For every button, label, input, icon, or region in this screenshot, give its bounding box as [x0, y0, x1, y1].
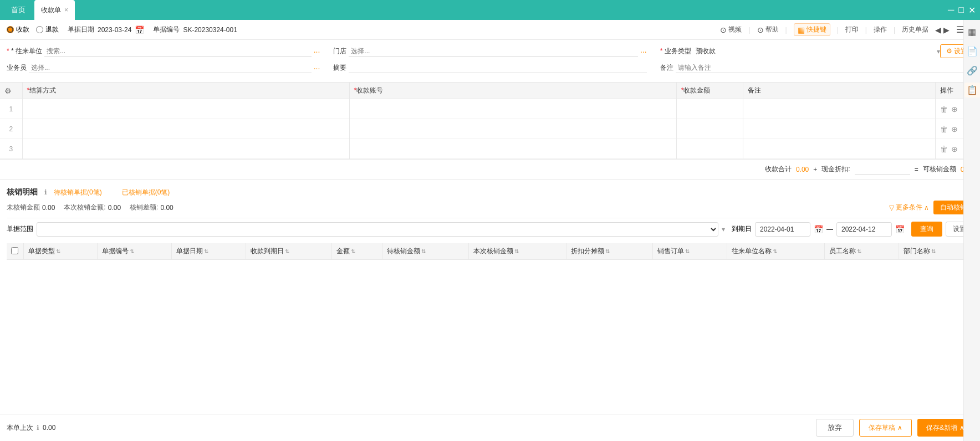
counterpart-more-btn[interactable]: ···	[314, 47, 320, 56]
minimize-icon[interactable]: ─	[948, 5, 954, 15]
sidebar-table-icon[interactable]: ▦	[966, 24, 978, 39]
date-dash: —	[826, 225, 833, 233]
row-account-1[interactable]	[349, 99, 676, 119]
remark-input[interactable]	[676, 63, 973, 73]
copy-row-1-icon[interactable]: ⊕	[951, 105, 958, 114]
copy-row-3-icon[interactable]: ⊕	[951, 145, 958, 153]
summary-input[interactable]	[349, 63, 646, 73]
diff-stat: 核销差额: 0.00	[130, 203, 173, 212]
salesperson-input[interactable]	[29, 63, 312, 73]
tab-home[interactable]: 首页	[4, 0, 32, 20]
delete-row-3-icon[interactable]: 🗑	[940, 145, 948, 153]
row-account-3[interactable]	[349, 139, 676, 159]
th-account: *收款账号	[349, 83, 676, 99]
tab-active-label: 收款单	[41, 6, 61, 15]
th-doc-type: 单据类型⇅	[23, 243, 98, 260]
th-doc-date: 单据日期⇅	[172, 243, 246, 260]
bottom-table: 单据类型⇅ 单据编号⇅ 单据日期⇅ 收款到期日⇅ 金额⇅ 待核销金额⇅ 本次核销…	[7, 243, 973, 260]
th-due-date: 收款到期日⇅	[246, 243, 332, 260]
list-view-icon[interactable]: ☰	[956, 24, 964, 35]
video-btn[interactable]: ⊙ 视频	[720, 25, 742, 34]
radio-receive[interactable]: 收款	[7, 25, 29, 34]
range-label: 单据范围	[7, 224, 33, 234]
main-container: 收款 退款 单据日期 2023-03-24 📅 单据编号 SK-20230324…	[0, 20, 980, 441]
date-from-calendar-icon[interactable]: 📅	[814, 225, 823, 234]
filter-icon: ▽	[889, 204, 894, 212]
bottom-table-container: 单据类型⇅ 单据编号⇅ 单据日期⇅ 收款到期日⇅ 金额⇅ 待核销金额⇅ 本次核销…	[7, 243, 973, 414]
row-remark-3[interactable]	[743, 139, 935, 159]
th-checkbox[interactable]	[7, 243, 23, 260]
date-to-input[interactable]	[836, 222, 892, 237]
date-to-calendar-icon[interactable]: 📅	[895, 225, 905, 234]
sidebar-active-icon[interactable]: 📋	[964, 83, 980, 98]
date-field-group: 单据日期 2023-03-24 📅	[68, 25, 144, 34]
delete-row-2-icon[interactable]: 🗑	[940, 125, 948, 134]
row-settlement-2[interactable]	[22, 119, 349, 139]
maximize-icon[interactable]: □	[958, 5, 964, 15]
row-amount-3[interactable]	[676, 139, 743, 159]
row-remark-1[interactable]	[743, 99, 935, 119]
section-title: 核销明细	[7, 187, 38, 197]
draft-btn[interactable]: 保存草稿 ∧	[859, 419, 912, 437]
tab-close-icon[interactable]: ×	[64, 6, 68, 14]
footer-left: 本单上次 ℹ 0.00	[7, 423, 55, 433]
summary-field: 摘要	[333, 63, 646, 73]
sidebar-link-icon[interactable]: 🔗	[964, 63, 980, 78]
table-gear-icon[interactable]: ⚙	[4, 86, 12, 95]
row-settlement-1[interactable]	[22, 99, 349, 119]
query-btn[interactable]: 查询	[911, 222, 942, 237]
operation-btn[interactable]: 操作	[874, 25, 887, 34]
unverified-value: 0.00	[42, 204, 55, 212]
copy-row-2-icon[interactable]: ⊕	[951, 125, 958, 134]
row-remark-2[interactable]	[743, 119, 935, 139]
bottom-table-header-row: 单据类型⇅ 单据编号⇅ 单据日期⇅ 收款到期日⇅ 金额⇅ 待核销金额⇅ 本次核销…	[7, 243, 973, 260]
right-sidebar: ▦ 📄 🔗 📋	[963, 20, 980, 441]
draft-arrow-icon[interactable]: ∧	[897, 424, 902, 432]
calendar-icon[interactable]: 📅	[135, 25, 144, 34]
counterpart-input[interactable]	[44, 46, 312, 57]
history-btn[interactable]: 历史单据	[902, 25, 928, 34]
th-discount: 折扣分摊额⇅	[566, 243, 652, 260]
sidebar-doc-icon[interactable]: 📄	[964, 44, 980, 59]
print-btn[interactable]: 打印	[845, 25, 859, 34]
delete-row-1-icon[interactable]: 🗑	[940, 105, 948, 114]
done-tab[interactable]: 已核销单据(0笔)	[122, 188, 170, 197]
row-account-2[interactable]	[349, 119, 676, 139]
close-window-icon[interactable]: ✕	[968, 5, 976, 16]
radio-return[interactable]: 退款	[36, 25, 59, 34]
store-more-btn[interactable]: ···	[640, 47, 647, 56]
help-btn[interactable]: ⊙ 帮助	[757, 25, 779, 34]
total-value: 0.00	[796, 166, 809, 173]
range-select[interactable]	[37, 222, 718, 237]
row-num-2: 2	[0, 119, 22, 139]
loss-info-icon[interactable]: ℹ	[37, 424, 39, 432]
business-type-dropdown[interactable]: ▾	[937, 48, 940, 55]
info-icon[interactable]: ℹ	[44, 188, 47, 196]
date-from-input[interactable]	[755, 222, 810, 237]
tab-bar-left: 首页 收款单 ×	[4, 0, 75, 20]
row-amount-2[interactable]	[676, 119, 743, 139]
tab-active[interactable]: 收款单 ×	[34, 0, 75, 20]
toolbar-right: ⊙ 视频 | ⊙ 帮助 | ▦ 快捷键 | 打印 | 操作 | 历史单据	[720, 23, 973, 36]
row-settlement-3[interactable]	[22, 139, 349, 159]
shortcut-btn[interactable]: ▦ 快捷键	[794, 23, 830, 36]
chevron-up-icon: ∧	[924, 204, 929, 212]
number-value: SK-20230324-001	[183, 26, 237, 34]
next-arrow[interactable]: ▶	[943, 25, 950, 34]
discount-label: 现金折扣:	[821, 165, 850, 174]
more-conditions-btn[interactable]: ▽ 更多条件 ∧	[889, 203, 929, 212]
store-input[interactable]	[349, 46, 638, 57]
th-gear[interactable]: ⚙	[0, 83, 22, 99]
summary-label: 摘要	[333, 63, 346, 73]
salesperson-more-btn[interactable]: ···	[314, 64, 320, 73]
counterpart-label: * * 往来单位	[7, 47, 42, 56]
abandon-btn[interactable]: 放弃	[816, 419, 854, 437]
table-row: 2 🗑 ⊕	[0, 119, 980, 139]
select-all-checkbox[interactable]	[11, 247, 18, 254]
discount-input[interactable]	[855, 164, 910, 175]
prev-arrow[interactable]: ◀	[935, 25, 941, 34]
row-amount-1[interactable]	[676, 99, 743, 119]
loss-label: 本单上次	[7, 423, 33, 433]
range-chevron-icon[interactable]: ▾	[722, 225, 725, 233]
pending-tab[interactable]: 待核销单据(0笔)	[54, 188, 102, 197]
